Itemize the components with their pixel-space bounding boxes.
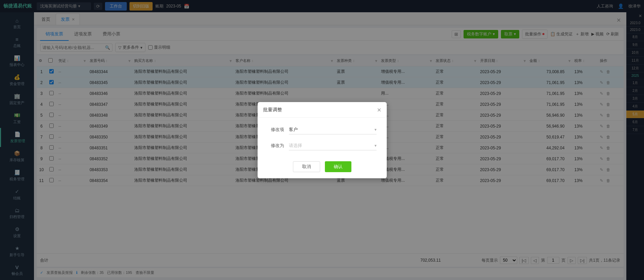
modify-to-placeholder: 请选择 xyxy=(289,143,302,149)
cancel-btn[interactable]: 取消 xyxy=(293,161,320,172)
batch-adjust-dialog: 批量调整 ✕ 修改项 客户 ▾ 修改为 请选择 ▾ 取消 确认 xyxy=(258,102,387,178)
modify-field-value: 客户 xyxy=(289,127,298,133)
dialog-close-btn[interactable]: ✕ xyxy=(377,107,381,113)
modify-to-dropdown-icon: ▾ xyxy=(375,143,377,148)
modify-field-row: 修改项 客户 ▾ xyxy=(268,125,377,134)
dialog-overlay: 批量调整 ✕ 修改项 客户 ▾ 修改为 请选择 ▾ 取消 确认 xyxy=(0,0,644,280)
confirm-btn[interactable]: 确认 xyxy=(325,161,351,172)
dialog-footer: 取消 确认 xyxy=(258,158,387,178)
modify-field-label: 修改项 xyxy=(268,127,284,133)
dialog-header: 批量调整 ✕ xyxy=(258,102,387,118)
modify-to-row: 修改为 请选择 ▾ xyxy=(268,141,377,150)
dialog-title: 批量调整 xyxy=(263,107,282,113)
modify-to-label: 修改为 xyxy=(268,143,284,149)
modify-field-dropdown-icon: ▾ xyxy=(375,127,377,132)
modify-to-select[interactable]: 请选择 ▾ xyxy=(289,141,377,150)
dialog-body: 修改项 客户 ▾ 修改为 请选择 ▾ xyxy=(258,118,387,158)
modify-field-select[interactable]: 客户 ▾ xyxy=(289,125,377,134)
